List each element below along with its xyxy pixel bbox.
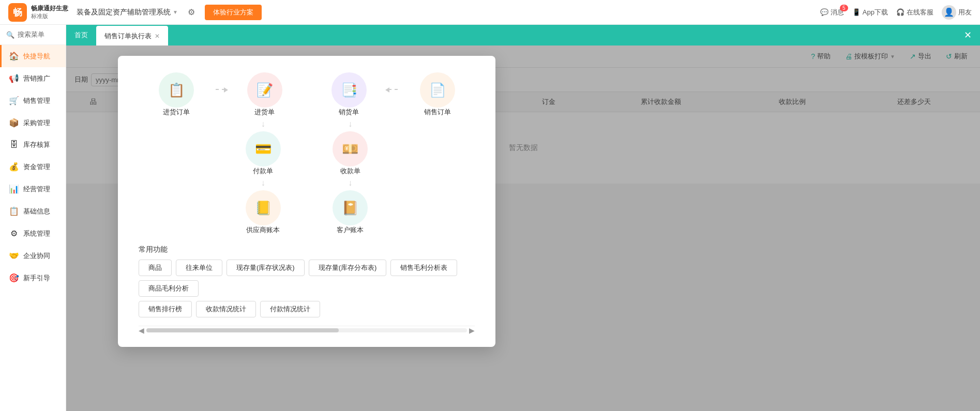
chevron-down-icon: ▼ xyxy=(173,9,178,15)
modal-scrollbar: ◀ ▶ xyxy=(139,326,475,334)
sidebar-item-quick-nav[interactable]: 🏠 快捷导航 xyxy=(0,45,66,67)
sale-label: 销货单 xyxy=(339,108,359,117)
sidebar-item-finance[interactable]: 💰 资金管理 xyxy=(0,156,66,178)
arrow-down-purchase: ↓ xyxy=(225,119,300,129)
search-menu[interactable]: 🔍 搜索菜单 xyxy=(0,25,66,45)
avatar: 👤 xyxy=(942,5,956,20)
top-bar-left: 畅 畅康通好生意 标准版 装备及固定资产辅助管理系统 ▼ ⚙ 体验行业方案 xyxy=(8,3,262,22)
message-button[interactable]: 💬 消息 5 xyxy=(820,8,844,17)
sales-icon: 🛒 xyxy=(9,96,19,105)
arrow-down-sale: ↓ xyxy=(313,119,388,129)
supplier-ledger-icon: 📒 xyxy=(246,190,281,225)
func-button[interactable]: 商品 xyxy=(139,260,172,276)
guide-icon: 🎯 xyxy=(9,273,19,283)
scrollbar-thumb[interactable] xyxy=(146,328,339,332)
node-sale: 📑 销货单 xyxy=(311,72,386,117)
flow-row1: 📋 进货订单 xyxy=(139,72,475,117)
func-button[interactable]: 现存量(库存状况表) xyxy=(227,260,305,276)
node-customer-ledger: 📔 客户账本 xyxy=(313,190,388,235)
purchase-order-icon: 📋 xyxy=(159,72,194,108)
arrow-down-receipt: ↓ xyxy=(313,178,388,188)
receipt-label: 收款单 xyxy=(340,166,360,176)
scrollbar-track[interactable] xyxy=(146,328,467,332)
operation-icon: 📊 xyxy=(9,184,19,194)
node-sale-order: 📄 销售订单 xyxy=(400,72,475,117)
finance-icon: 💰 xyxy=(9,162,19,172)
purchase-order-label: 进货订单 xyxy=(163,108,190,117)
sidebar-item-enterprise[interactable]: 🤝 企业协同 xyxy=(0,245,66,267)
purchase-icon: 📝 xyxy=(247,72,282,108)
tab-close-icon[interactable]: ✕ xyxy=(155,33,160,40)
logo-icon: 畅 xyxy=(8,3,27,22)
func-button[interactable]: 销售毛利分析表 xyxy=(390,260,457,276)
logo-area: 畅 畅康通好生意 标准版 xyxy=(8,3,70,22)
sidebar-item-guide[interactable]: 🎯 新手引导 xyxy=(0,267,66,289)
flow-row5: 📒 供应商账本 📔 客户账本 xyxy=(139,190,475,235)
func-button[interactable]: 付款情况统计 xyxy=(260,301,320,317)
top-bar: 畅 畅康通好生意 标准版 装备及固定资产辅助管理系统 ▼ ⚙ 体验行业方案 💬 … xyxy=(0,0,980,25)
flow-row2: ↓ ↓ xyxy=(139,119,475,129)
flow-row4: ↓ ↓ xyxy=(139,178,475,188)
arrow-down-payment: ↓ xyxy=(225,178,300,188)
tab-sales-order[interactable]: 销售订单执行表 ✕ xyxy=(96,26,168,47)
sidebar-item-basic[interactable]: 📋 基础信息 xyxy=(0,200,66,222)
top-bar-right: 💬 消息 5 📱 App下载 🎧 在线客服 👤 用友 xyxy=(820,5,972,20)
common-funcs-title: 常用功能 xyxy=(139,245,475,254)
func-button[interactable]: 商品毛利分析 xyxy=(139,280,199,297)
trial-button[interactable]: 体验行业方案 xyxy=(205,5,262,20)
common-functions: 常用功能 商品往来单位现存量(库存状况表)现存量(库存分布表)销售毛利分析表商品… xyxy=(139,245,475,317)
marketing-icon: 📢 xyxy=(9,73,19,83)
tab-home[interactable]: 首页 xyxy=(66,25,96,45)
system-icon: ⚙ xyxy=(9,229,19,238)
scroll-right-icon[interactable]: ▶ xyxy=(469,326,475,334)
online-service-button[interactable]: 🎧 在线客服 xyxy=(896,8,933,17)
scroll-left-icon[interactable]: ◀ xyxy=(139,326,144,334)
payment-label: 付款单 xyxy=(253,166,273,176)
modal-overlay[interactable]: 📋 进货订单 xyxy=(66,45,980,411)
logo-text: 畅康通好生意 标准版 xyxy=(31,5,68,20)
sidebar-item-operation[interactable]: 📊 经营管理 xyxy=(0,178,66,200)
sidebar-item-purchase[interactable]: 📦 采购管理 xyxy=(0,112,66,134)
search-icon: 🔍 xyxy=(6,31,14,39)
node-purchase: 📝 进货单 xyxy=(227,72,302,117)
sidebar-item-marketing[interactable]: 📢 营销推广 xyxy=(0,67,66,89)
system-dropdown[interactable]: 装备及固定资产辅助管理系统 ▼ xyxy=(77,8,178,17)
arrow-purchase-to-purchase xyxy=(214,89,227,90)
func-button[interactable]: 往来单位 xyxy=(176,260,222,276)
arrow-sale-order-to-sale xyxy=(386,89,400,90)
func-button[interactable]: 收款情况统计 xyxy=(196,301,256,317)
node-purchase-order: 📋 进货订单 xyxy=(139,72,214,117)
window-close-button[interactable]: ✕ xyxy=(956,25,980,45)
sidebar-item-inventory[interactable]: 🗄 库存核算 xyxy=(0,134,66,156)
sale-order-label: 销售订单 xyxy=(424,108,451,117)
message-badge: 5 xyxy=(840,5,848,11)
purchase-icon: 📦 xyxy=(9,118,19,128)
enterprise-icon: 🤝 xyxy=(9,251,19,261)
sale-order-icon: 📄 xyxy=(420,72,455,108)
purchase-label: 进货单 xyxy=(254,108,275,117)
gear-button[interactable]: ⚙ xyxy=(184,5,199,20)
headset-icon: 🎧 xyxy=(896,8,904,16)
message-icon: 💬 xyxy=(820,8,828,16)
inventory-icon: 🗄 xyxy=(9,140,19,149)
flow-row3: 💳 付款单 💴 收款单 xyxy=(139,131,475,176)
flow-chart: 📋 进货订单 xyxy=(139,72,475,241)
sale-icon: 📑 xyxy=(331,72,367,108)
payment-icon: 💳 xyxy=(246,131,281,166)
page-content: ? 帮助 🖨 按模板打印 ▼ ↗ 导出 ↺ 刷新 xyxy=(66,45,980,411)
customer-ledger-label: 客户账本 xyxy=(337,225,364,235)
content-area: 首页 销售订单执行表 ✕ ✕ ? 帮助 🖨 按 xyxy=(66,25,980,411)
func-button[interactable]: 现存量(库存分布表) xyxy=(309,260,387,276)
sidebar-item-system[interactable]: ⚙ 系统管理 xyxy=(0,222,66,245)
receipt-icon: 💴 xyxy=(333,131,368,166)
system-title: 装备及固定资产辅助管理系统 xyxy=(77,8,171,17)
func-buttons-row1: 商品往来单位现存量(库存状况表)现存量(库存分布表)销售毛利分析表商品毛利分析 xyxy=(139,260,475,297)
func-button[interactable]: 销售排行榜 xyxy=(139,301,192,317)
sidebar-item-sales[interactable]: 🛒 销售管理 xyxy=(0,89,66,112)
sidebar: 🔍 搜索菜单 🏠 快捷导航 📢 营销推广 🛒 销售管理 📦 xyxy=(0,25,66,411)
basic-icon: 📋 xyxy=(9,206,19,216)
tab-bar: 首页 销售订单执行表 ✕ ✕ xyxy=(66,25,980,45)
user-menu[interactable]: 👤 用友 xyxy=(942,5,972,20)
customer-ledger-icon: 📔 xyxy=(333,190,368,225)
app-download-button[interactable]: 📱 App下载 xyxy=(852,8,888,17)
